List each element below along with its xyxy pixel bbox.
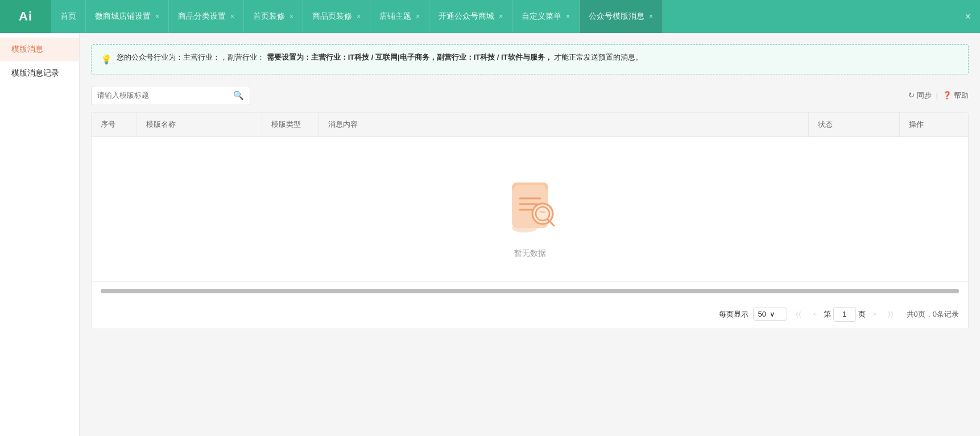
notice-icon: 💡	[101, 52, 112, 67]
scrollbar[interactable]	[101, 289, 959, 293]
search-icon[interactable]: 🔍	[233, 90, 244, 101]
col-status: 状态	[809, 113, 900, 136]
table-header: 序号 模版名称 模版类型 消息内容 状态 操作	[92, 113, 968, 137]
notice-prefix: 您的公众号行业为：主营行业：，副营行业：	[117, 53, 264, 61]
chevron-down-icon: ∨	[770, 310, 775, 318]
nav-tab-8[interactable]: 公众号模版消息×	[580, 0, 663, 33]
page-nav: ⟨⟨ ＜ 第 页 ＞ ⟩⟩	[792, 307, 898, 322]
di-label: 第	[824, 309, 831, 319]
nav-tab-close-6[interactable]: ×	[499, 13, 503, 20]
nav-tab-close-4[interactable]: ×	[357, 13, 361, 20]
sync-label: 同步	[917, 90, 932, 101]
sync-icon: ↻	[908, 91, 915, 99]
col-op: 操作	[900, 113, 968, 136]
main-layout: 模版消息模版消息记录 💡 您的公众号行业为：主营行业：，副营行业： 需要设置为：…	[0, 33, 980, 436]
toolbar-right: ↻ 同步 | ❓ 帮助	[908, 90, 969, 101]
scrollbar-thumb[interactable]	[101, 289, 959, 293]
col-content: 消息内容	[319, 113, 809, 136]
nav-tab-close-8[interactable]: ×	[649, 13, 653, 20]
nav-tab-7[interactable]: 自定义菜单×	[512, 0, 580, 33]
top-nav: Ai 首页微商城店铺设置×商品分类设置×首页装修×商品页装修×店铺主题×开通公众…	[0, 0, 980, 33]
empty-icon	[496, 171, 564, 239]
sidebar-item-0[interactable]: 模版消息	[0, 38, 79, 61]
notice-highlight: 需要设置为：主营行业：IT科技 / 互联网|电子商务，副营行业：IT科技 / I…	[267, 53, 552, 61]
page-size-value: 50	[758, 310, 766, 318]
page-size-select[interactable]: 50 ∨	[753, 308, 787, 321]
nav-tab-close-7[interactable]: ×	[566, 13, 570, 20]
next-page-button[interactable]: ＞	[868, 308, 882, 321]
nav-tab-2[interactable]: 商品分类设置×	[169, 0, 244, 33]
data-table: 序号 模版名称 模版类型 消息内容 状态 操作	[91, 112, 969, 329]
search-bar: 🔍 ↻ 同步 | ❓ 帮助	[91, 86, 969, 105]
nav-tabs: 首页微商城店铺设置×商品分类设置×首页装修×商品页装修×店铺主题×开通公众号商城…	[51, 0, 956, 33]
nav-tab-4[interactable]: 商品页装修×	[303, 0, 370, 33]
prev-page-button[interactable]: ＜	[808, 308, 821, 321]
empty-text: 暂无数据	[514, 248, 546, 259]
page-size-label: 每页显示	[719, 309, 749, 319]
nav-tab-5[interactable]: 店铺主题×	[370, 0, 429, 33]
nav-tab-close-1[interactable]: ×	[155, 13, 159, 20]
help-label: 帮助	[954, 90, 969, 101]
page-unit: 页	[858, 309, 866, 319]
nav-tab-1[interactable]: 微商城店铺设置×	[86, 0, 169, 33]
notice-box: 💡 您的公众号行业为：主营行业：，副营行业： 需要设置为：主营行业：IT科技 /…	[91, 44, 969, 74]
search-input[interactable]	[97, 91, 233, 99]
notice-text: 您的公众号行业为：主营行业：，副营行业： 需要设置为：主营行业：IT科技 / 互…	[117, 52, 643, 64]
nav-tab-3[interactable]: 首页装修×	[244, 0, 303, 33]
content-area: 💡 您的公众号行业为：主营行业：，副营行业： 需要设置为：主营行业：IT科技 /…	[80, 33, 980, 436]
nav-tab-6[interactable]: 开通公众号商城×	[429, 0, 512, 33]
nav-tab-close-5[interactable]: ×	[416, 13, 420, 20]
nav-tab-close-2[interactable]: ×	[230, 13, 234, 20]
help-icon: ❓	[942, 91, 952, 99]
search-input-wrap[interactable]: 🔍	[91, 86, 250, 105]
app-logo: Ai	[0, 0, 51, 33]
last-page-button[interactable]: ⟩⟩	[884, 308, 898, 321]
page-number-input[interactable]	[833, 307, 856, 322]
help-button[interactable]: ❓ 帮助	[942, 90, 969, 101]
sidebar-item-1[interactable]: 模版消息记录	[0, 61, 79, 85]
divider: |	[936, 91, 938, 99]
first-page-button[interactable]: ⟨⟨	[792, 308, 805, 321]
pagination: 每页显示 50 ∨ ⟨⟨ ＜ 第 页 ＞ ⟩⟩ 共0页，0条记录	[92, 300, 968, 329]
nav-tab-0[interactable]: 首页	[51, 0, 86, 33]
total-text: 共0页，0条记录	[907, 309, 959, 319]
col-name: 模版名称	[137, 113, 262, 136]
sidebar: 模版消息模版消息记录	[0, 33, 80, 436]
col-type: 模版类型	[262, 113, 319, 136]
scrollbar-area	[92, 281, 968, 300]
empty-state: 暂无数据	[92, 137, 968, 281]
sync-button[interactable]: ↻ 同步	[908, 90, 932, 101]
close-all-button[interactable]: ×	[956, 11, 980, 23]
nav-tab-close-3[interactable]: ×	[290, 13, 293, 20]
notice-suffix: 才能正常发送预置的消息。	[554, 53, 643, 61]
col-seq: 序号	[92, 113, 137, 136]
